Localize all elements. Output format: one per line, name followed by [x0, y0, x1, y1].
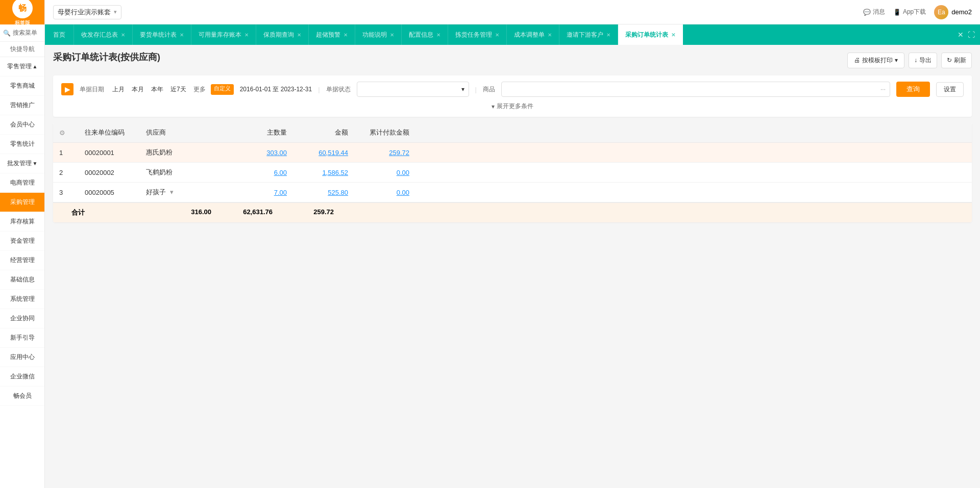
cell-amount: 525.80 — [293, 183, 354, 202]
close-icon[interactable]: ✕ — [671, 32, 675, 38]
sidebar-item-enterprise-wechat[interactable]: 企业微信 — [0, 367, 44, 387]
maximize-icon[interactable]: ⛶ — [968, 31, 975, 39]
close-icon[interactable]: ✕ — [297, 32, 301, 38]
cell-paid: 0.00 — [354, 163, 415, 183]
amount-link[interactable]: 1,586.52 — [322, 169, 348, 176]
tab-overstock[interactable]: 超储预警 ✕ — [309, 24, 355, 45]
sidebar-item-finance[interactable]: 资金管理 — [0, 232, 44, 251]
sidebar-item-enterprise-collab[interactable]: 企业协同 — [0, 309, 44, 328]
paid-link[interactable]: 259.72 — [389, 149, 409, 157]
cell-qty: 303.00 — [242, 143, 293, 163]
refresh-icon: ↻ — [947, 57, 952, 64]
workspace-arrow-icon: ▾ — [114, 9, 117, 15]
app-icon: 📱 — [893, 9, 901, 16]
cell-extra — [415, 143, 972, 163]
tab-available-stock[interactable]: 可用量库存账本 ✕ — [191, 24, 256, 45]
tab-shelf-life[interactable]: 保质期查询 ✕ — [256, 24, 309, 45]
print-icon: 🖨 — [854, 57, 860, 64]
qty-link[interactable]: 6.00 — [274, 169, 287, 176]
sidebar-item-member-center[interactable]: 会员中心 — [0, 115, 44, 135]
settings-button[interactable]: 设置 — [936, 82, 964, 97]
qty-link[interactable]: 303.00 — [266, 149, 287, 157]
print-button[interactable]: 🖨 按模板打印 ▾ — [847, 53, 904, 68]
user-menu[interactable]: Ea demo2 — [934, 5, 972, 19]
tab-requisition[interactable]: 要货单统计表 ✕ — [133, 24, 191, 45]
date-custom-badge[interactable]: 自定义 — [211, 84, 234, 95]
refresh-button[interactable]: ↻ 刷新 — [941, 53, 972, 68]
paid-link[interactable]: 0.00 — [397, 169, 409, 176]
date-shortcut-last-month[interactable]: 上月 — [110, 84, 127, 95]
workspace-selector[interactable]: 母婴行业演示账套 ▾ — [53, 5, 121, 19]
query-button[interactable]: 查询 — [896, 82, 930, 97]
sidebar-search[interactable]: 🔍 搜索菜单 — [0, 24, 44, 42]
filter-expand-button[interactable]: ▾ 展开更多条件 — [61, 102, 964, 111]
footer-amount: 62,631.76 — [217, 208, 279, 217]
sidebar-item-wholesale[interactable]: 批发管理 ▼ — [0, 154, 44, 173]
date-shortcut-this-year[interactable]: 本年 — [149, 84, 165, 95]
amount-link[interactable]: 60,519.44 — [318, 149, 348, 157]
sidebar-item-marketing[interactable]: 营销推广 — [0, 96, 44, 115]
date-shortcut-more[interactable]: 更多 — [191, 84, 208, 95]
close-icon[interactable]: ✕ — [244, 32, 249, 38]
tab-receive-send[interactable]: 收发存汇总表 ✕ — [74, 24, 133, 45]
paid-link[interactable]: 0.00 — [397, 189, 409, 196]
cell-supplier: 飞鹤奶粉 — [140, 163, 242, 183]
sidebar-item-retail-stats[interactable]: 零售统计 — [0, 135, 44, 154]
th-extra — [415, 123, 972, 143]
tab-invite-downstream[interactable]: 邀请下游客户 ✕ — [559, 24, 618, 45]
expand-icon[interactable]: ▾ — [170, 188, 174, 196]
close-icon[interactable]: ✕ — [436, 32, 440, 38]
message-btn[interactable]: 💬 消息 — [863, 8, 885, 16]
tab-config[interactable]: 配置信息 ✕ — [402, 24, 448, 45]
tab-cost-adjust[interactable]: 成本调整单 ✕ — [507, 24, 559, 45]
table-footer: 合计 316.00 62,631.76 259.72 — [53, 202, 972, 222]
goods-filter-label: 商品 — [483, 85, 495, 94]
close-icon[interactable]: ✕ — [495, 32, 499, 38]
close-icon[interactable]: ✕ — [121, 32, 125, 38]
sidebar-item-vip[interactable]: 畅会员 — [0, 387, 44, 406]
close-window-icon[interactable]: ✕ — [958, 31, 964, 39]
topbar-right: 💬 消息 📱 App下载 Ea demo2 — [863, 5, 972, 19]
date-shortcut-this-month[interactable]: 本月 — [130, 84, 146, 95]
app-download-btn[interactable]: 📱 App下载 — [893, 8, 926, 16]
date-shortcut-7days[interactable]: 近7天 — [168, 84, 188, 95]
goods-input[interactable]: ··· — [501, 82, 890, 97]
tab-picking[interactable]: 拣货任务管理 ✕ — [448, 24, 507, 45]
tab-function-desc[interactable]: 功能说明 ✕ — [355, 24, 402, 45]
settings-icon[interactable]: ⚙ — [59, 129, 65, 137]
qty-link[interactable]: 7.00 — [274, 189, 287, 196]
close-icon[interactable]: ✕ — [548, 32, 552, 38]
sidebar-item-retail-shop[interactable]: 零售商城 — [0, 76, 44, 96]
cell-paid: 259.72 — [354, 143, 415, 163]
sidebar-item-basic-info[interactable]: 基础信息 — [0, 270, 44, 290]
close-icon[interactable]: ✕ — [344, 32, 348, 38]
sidebar-item-retail-mgmt[interactable]: 零售管理 ▲ — [0, 57, 44, 76]
close-icon[interactable]: ✕ — [180, 32, 184, 38]
footer-paid: 259.72 — [279, 208, 340, 217]
sidebar-item-app-center[interactable]: 应用中心 — [0, 348, 44, 367]
th-code: 往来单位编码 — [79, 123, 140, 143]
filter-toggle-button[interactable]: ▶ — [61, 83, 74, 95]
th-amount: 金额 — [293, 123, 354, 143]
status-dropdown-icon: ▾ — [461, 86, 464, 93]
export-button[interactable]: ↓ 导出 — [909, 53, 937, 68]
tab-home[interactable]: 首页 — [45, 24, 74, 45]
purchase-stats-table: ⚙ 往来单位编码 供应商 主数量 金额 累计付款金额 1 00020001 惠氏… — [53, 123, 972, 202]
sidebar-item-purchase[interactable]: 采购管理 — [0, 193, 44, 212]
status-select[interactable]: ▾ — [357, 82, 469, 97]
cell-code: 00020005 — [79, 183, 140, 202]
footer-qty: 316.00 — [166, 208, 217, 217]
sidebar-item-inventory[interactable]: 库存核算 — [0, 212, 44, 232]
cell-amount: 60,519.44 — [293, 143, 354, 163]
amount-link[interactable]: 525.80 — [328, 189, 348, 196]
close-icon[interactable]: ✕ — [606, 32, 610, 38]
tab-purchase-order-stats[interactable]: 采购订单统计表 ✕ — [618, 24, 683, 45]
print-arrow-icon: ▾ — [895, 57, 898, 64]
sidebar-item-ecommerce[interactable]: 电商管理 — [0, 173, 44, 193]
close-icon[interactable]: ✕ — [390, 32, 394, 38]
cell-qty: 6.00 — [242, 163, 293, 183]
sidebar-item-operations[interactable]: 经营管理 — [0, 251, 44, 270]
sidebar-nav-shortcut[interactable]: 快捷导航 — [0, 42, 44, 57]
sidebar-item-new-guide[interactable]: 新手引导 — [0, 328, 44, 348]
sidebar-item-system[interactable]: 系统管理 — [0, 290, 44, 309]
